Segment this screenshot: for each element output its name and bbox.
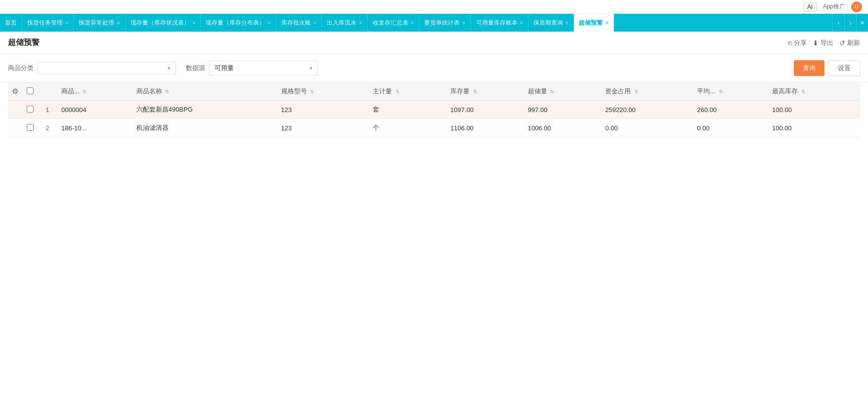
settings-button[interactable]: 设置 [828,60,860,76]
col-product-code[interactable]: 商品... ⇅ [57,82,132,101]
category-select[interactable]: ▾ [38,62,176,75]
nav-arrows: ‹ › × [832,14,868,32]
table-header-row: ⚙ 商品... ⇅ 商品名称 ⇅ 规格型号 [8,82,860,101]
page-title: 超储预警 [8,38,40,48]
row-checkbox-cell[interactable] [23,119,38,137]
header-actions: ⎋ 分享 ⬇ 导出 ↺ 刷新 [788,39,860,47]
select-all-checkbox[interactable] [27,87,34,94]
category-dropdown-icon: ▾ [168,65,171,72]
nav-item-collect-summary[interactable]: 收发存汇总表× [368,14,419,32]
page-content: 超储预警 ⎋ 分享 ⬇ 导出 ↺ 刷新 商品分类 ▾ 数据源 [0,32,868,395]
row-num-cell: 1 [38,101,57,119]
nav-close-overstock-warning[interactable]: × [605,20,608,26]
col-product-name-label: 商品名称 [136,87,162,95]
row-product-code: 186-10... [57,119,132,137]
nav-item-inout-flow[interactable]: 出入库流水× [322,14,367,32]
nav-close-abnormal[interactable]: × [117,20,120,26]
nav-item-task-mgmt[interactable]: 拣货任务管理× [22,14,74,32]
app-promo-link[interactable]: App推广 [823,2,845,11]
nav-more-button[interactable]: × [856,14,868,32]
sort-icon-max-stock: ⇅ [801,89,805,94]
col-max-stock[interactable]: 最高库存 ⇅ [768,82,860,101]
share-button[interactable]: ⎋ 分享 [788,39,807,47]
row-overstock: 997.00 [524,101,602,119]
nav-close-inventory-dist[interactable]: × [267,20,270,26]
ai-button[interactable]: Ai [803,2,817,12]
sort-icon-stock: ⇅ [473,89,477,94]
nav-item-quality-check[interactable]: 保质期查询× [528,14,574,32]
row-avg: 0.00 [693,119,768,137]
col-overstock-label: 超储量 [528,87,547,95]
avatar[interactable]: U [851,1,862,12]
sort-icon-overstock: ⇅ [550,89,554,94]
category-label: 商品分类 [8,64,34,73]
col-stock[interactable]: 库存量 ⇅ [446,82,524,101]
nav-item-home[interactable]: 首页 [0,14,22,32]
page-header: 超储预警 ⎋ 分享 ⬇ 导出 ↺ 刷新 [0,32,868,54]
col-avg[interactable]: 平均... ⇅ [693,82,768,101]
nav-next-button[interactable]: › [844,14,856,32]
export-icon: ⬇ [813,39,819,47]
col-unit-label: 主计量 [373,87,392,95]
nav-close-inout-flow[interactable]: × [359,20,362,26]
row-stock: 1097.00 [446,101,524,119]
refresh-label: 刷新 [847,39,860,47]
nav-close-quality-check[interactable]: × [565,20,568,26]
nav-close-collect-summary[interactable]: × [411,20,414,26]
row-capital: 0.00 [601,119,693,137]
col-capital-label: 资金占用 [605,87,631,95]
row-spec: 123 [277,119,369,137]
row-avg: 260.00 [693,101,768,119]
share-label: 分享 [794,39,807,47]
refresh-button[interactable]: ↺ 刷新 [839,39,860,47]
row-spec: 123 [277,101,369,119]
nav-item-order-stats[interactable]: 要货单统计表× [419,14,471,32]
col-stock-label: 库存量 [450,87,470,95]
nav-item-inventory-dist[interactable]: 现存量（库存分布表）× [201,14,276,32]
col-unit[interactable]: 主计量 ⇅ [369,82,446,101]
col-max-stock-label: 最高库存 [772,87,798,95]
datasource-select[interactable]: 可用量 ▾ [209,61,318,76]
col-product-name[interactable]: 商品名称 ⇅ [132,82,277,101]
row-stock: 1106.00 [446,119,524,137]
sort-icon-unit: ⇅ [395,89,399,94]
row-product-name: 机油滤清器 [132,119,277,137]
col-rownum [38,82,57,101]
datasource-dropdown-icon: ▾ [309,65,312,72]
row-max-stock: 100.00 [768,119,860,137]
row-num-cell: 2 [38,119,57,137]
col-spec[interactable]: 规格型号 ⇅ [277,82,369,101]
nav-item-batch-account[interactable]: 库存批次账× [276,14,322,32]
datasource-filter: 数据源 可用量 ▾ [186,61,318,76]
nav-item-available-account[interactable]: 可用量库存账本× [471,14,528,32]
col-avg-label: 平均... [697,87,715,95]
row-checkbox-1[interactable] [27,124,34,131]
nav-item-inventory-status[interactable]: 现存量（库存状况表）× [126,14,201,32]
row-settings-cell [8,119,23,137]
nav-close-task-mgmt[interactable]: × [65,20,68,26]
row-overstock: 1006.00 [524,119,602,137]
refresh-icon: ↺ [839,39,845,47]
row-unit: 个 [369,119,446,137]
datasource-label: 数据源 [186,64,205,73]
nav-close-available-account[interactable]: × [520,20,523,26]
query-button[interactable]: 查询 [794,60,825,76]
nav-item-abnormal[interactable]: 拣货异常处理× [74,14,125,32]
row-checkbox-0[interactable] [27,106,34,113]
share-icon: ⎋ [788,39,792,47]
sort-icon-spec: ⇅ [310,89,314,94]
export-label: 导出 [821,39,833,47]
nav-close-batch-account[interactable]: × [313,20,316,26]
nav-close-order-stats[interactable]: × [462,20,465,26]
nav-item-overstock-warning[interactable]: 超储预警× [574,14,613,32]
row-checkbox-cell[interactable] [23,101,38,119]
table-row: 2 186-10... 机油滤清器 123 个 1106.00 1006.00 … [8,119,860,137]
nav-close-inventory-status[interactable]: × [192,20,195,26]
sort-icon-product-code: ⇅ [83,89,87,94]
column-settings-icon[interactable]: ⚙ [12,87,18,95]
nav-prev-button[interactable]: ‹ [832,14,844,32]
export-button[interactable]: ⬇ 导出 [813,39,833,47]
col-overstock[interactable]: 超储量 ⇅ [524,82,602,101]
top-bar: Ai App推广 U [0,0,868,14]
col-capital[interactable]: 资金占用 ⇅ [601,82,693,101]
